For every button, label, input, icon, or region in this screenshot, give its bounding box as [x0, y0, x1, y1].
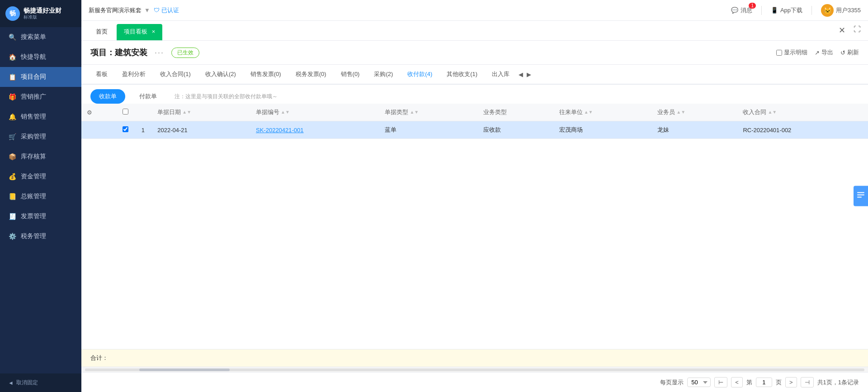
sub-tab-income-contract[interactable]: 收入合同(1)	[153, 65, 198, 85]
inner-tabs-bar: 收款单 付款单 注：这里是与项目关联的全部收付款单哦～	[81, 85, 868, 104]
show-detail-input[interactable]	[776, 50, 782, 56]
page-size-select[interactable]: 50 100 200	[687, 378, 711, 387]
sidebar-item-invoice[interactable]: 🧾 发票管理	[0, 206, 81, 226]
export-icon: ↗	[815, 49, 820, 56]
sidebar-item-inventory[interactable]: 📦 库存核算	[0, 147, 81, 167]
inner-tab-payments[interactable]: 付款单	[131, 89, 165, 104]
sidebar-item-tax[interactable]: ⚙️ 税务管理	[0, 226, 81, 246]
sidebar-unpin[interactable]: ◄ 取消固定	[0, 373, 81, 392]
sort-code-icon: ▲▼	[281, 110, 290, 115]
contract-icon: 📋	[8, 73, 16, 81]
home-icon: 🏠	[8, 53, 16, 61]
page-label: 第	[746, 378, 752, 387]
th-partner[interactable]: 往来单位 ▲▼	[554, 104, 652, 121]
sidebar-item-label: 快捷导航	[21, 53, 46, 61]
th-code[interactable]: 单据编号 ▲▼	[250, 104, 379, 121]
th-income-contract[interactable]: 收入合同 ▲▼	[737, 104, 868, 121]
scrollbar-thumb[interactable]	[139, 368, 230, 371]
window-expand-button[interactable]: ⛶	[854, 25, 861, 33]
sort-income-contract[interactable]: 收入合同 ▲▼	[743, 108, 777, 116]
sort-income-contract-icon: ▲▼	[768, 110, 777, 115]
refresh-button[interactable]: ↺ 刷新	[840, 48, 859, 57]
table-scroll[interactable]: ⚙ 单据日期 ▲▼	[81, 104, 868, 349]
sidebar-item-sales[interactable]: 🔔 销售管理	[0, 107, 81, 127]
sort-code[interactable]: 单据编号 ▲▼	[256, 108, 290, 116]
tab-project-kanban-label: 项目看板	[124, 28, 147, 35]
sub-tab-kanban[interactable]: 看板	[89, 65, 115, 85]
table-row[interactable]: 1 2022-04-21 SK-20220421-001 蓝单 应收款 宏茂商场…	[81, 121, 868, 139]
sort-date[interactable]: 单据日期 ▲▼	[157, 108, 191, 116]
th-settings[interactable]: ⚙	[81, 104, 117, 121]
sub-tab-inout[interactable]: 出入库	[485, 65, 517, 85]
row-code[interactable]: SK-20220421-001	[250, 121, 379, 139]
tab-project-kanban[interactable]: 项目看板 ×	[117, 24, 162, 40]
sort-partner[interactable]: 往来单位 ▲▼	[559, 108, 593, 116]
tab-home[interactable]: 首页	[89, 24, 115, 40]
page-next-button[interactable]: >	[785, 377, 797, 387]
sidebar-item-quicknav[interactable]: 🏠 快捷导航	[0, 47, 81, 67]
sub-tab-sales[interactable]: 销售(0)	[334, 65, 367, 85]
sidebar-item-purchase[interactable]: 🛒 采购管理	[0, 127, 81, 147]
project-more-button[interactable]: ···	[155, 48, 164, 57]
account-selector[interactable]: 新服务官网演示账套 ▼	[89, 6, 150, 14]
page-input[interactable]	[756, 378, 772, 387]
sub-tab-profit[interactable]: 盈利分析	[115, 65, 153, 85]
row-checkbox-cell[interactable]	[117, 121, 134, 139]
page-first-button[interactable]: ⊢	[714, 377, 727, 387]
sub-tab-tax-invoice[interactable]: 税务发票(0)	[288, 65, 334, 85]
user-label: 用户3355	[836, 6, 861, 14]
page-last-button[interactable]: ⊣	[801, 377, 814, 387]
row-date: 2022-04-21	[152, 121, 250, 139]
sub-tab-income-confirm[interactable]: 收入确认(2)	[198, 65, 243, 85]
export-button[interactable]: ↗ 导出	[815, 48, 833, 57]
sub-tab-sales-invoice[interactable]: 销售发票(0)	[243, 65, 288, 85]
scrollbar-track[interactable]	[85, 368, 864, 371]
page-prev-button[interactable]: <	[731, 377, 743, 387]
data-table: ⚙ 单据日期 ▲▼	[81, 104, 868, 139]
sort-salesperson[interactable]: 业务员 ▲▼	[657, 108, 685, 116]
horizontal-scrollbar[interactable]	[81, 367, 868, 372]
sub-tab-purchase[interactable]: 采购(2)	[367, 65, 400, 85]
window-close-button[interactable]: ✕	[839, 25, 845, 35]
show-detail-checkbox[interactable]: 显示明细	[776, 48, 807, 57]
sidebar-item-label: 资金管理	[21, 172, 46, 181]
sub-tab-next-arrow[interactable]: ▶	[525, 67, 533, 81]
app-download-button[interactable]: 📱 App下载	[771, 6, 802, 14]
tab-close-icon[interactable]: ×	[152, 28, 156, 35]
message-button[interactable]: 💬 消息 1	[731, 6, 752, 14]
inner-tab-receipts[interactable]: 收款单	[90, 89, 125, 104]
select-all-checkbox[interactable]	[123, 109, 128, 115]
row-code-link[interactable]: SK-20220421-001	[256, 127, 304, 134]
logo-icon: 畅	[5, 6, 20, 21]
sidebar-item-marketing[interactable]: 🎁 营销推广	[0, 87, 81, 107]
row-checkbox[interactable]	[123, 126, 128, 132]
sidebar-item-finance[interactable]: 💰 资金管理	[0, 167, 81, 186]
box-icon: 📦	[8, 153, 16, 161]
sort-date-icon: ▲▼	[182, 110, 191, 115]
th-date[interactable]: 单据日期 ▲▼	[152, 104, 250, 121]
topbar-right: 💬 消息 1 📱 App下载 🐱 用户3355	[731, 4, 861, 17]
unpin-label: 取消固定	[16, 379, 38, 387]
row-income-contract: RC-20220401-002	[737, 121, 868, 139]
content-wrapper: 首页 项目看板 × ✕ ⛶ 项目：建筑安装 ··· 已生效 显示明细 ↗ 导出	[81, 21, 868, 392]
sub-tab-receipts[interactable]: 收付款(4)	[400, 65, 439, 85]
sidebar-item-label: 采购管理	[21, 133, 46, 141]
th-type[interactable]: 单据类型 ▲▼	[379, 104, 478, 121]
sidebar-item-ledger[interactable]: 📒 总账管理	[0, 186, 81, 206]
show-detail-label: 显示明细	[784, 48, 807, 57]
sidebar: 畅 畅捷通好业财 标准版 🔍 搜索菜单 🏠 快捷导航 📋 项目合同 🎁 营销推广…	[0, 0, 81, 392]
sidebar-item-search[interactable]: 🔍 搜索菜单	[0, 27, 81, 47]
user-menu[interactable]: 🐱 用户3355	[821, 4, 861, 17]
sidebar-item-contract[interactable]: 📋 项目合同	[0, 67, 81, 87]
sidebar-item-label: 发票管理	[21, 212, 46, 220]
table-header-row: ⚙ 单据日期 ▲▼	[81, 104, 868, 121]
svg-rect-0	[857, 192, 864, 193]
invoice-icon: 🧾	[8, 212, 16, 220]
sort-type[interactable]: 单据类型 ▲▼	[385, 108, 419, 116]
float-action-button[interactable]	[854, 186, 868, 206]
sub-tab-other[interactable]: 其他收支(1)	[439, 65, 485, 85]
logo-sub: 标准版	[24, 14, 61, 20]
row-biztype: 应收款	[478, 121, 553, 139]
sub-tab-prev-arrow[interactable]: ◀	[517, 67, 525, 81]
th-salesperson[interactable]: 业务员 ▲▼	[652, 104, 737, 121]
